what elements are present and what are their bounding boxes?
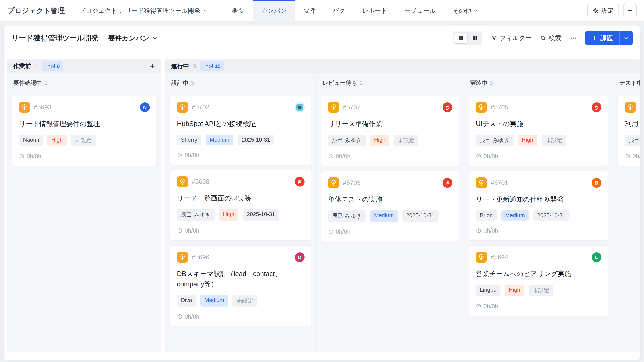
region-header: 進行中9上限 15	[165, 59, 640, 73]
card-id: #5703	[343, 179, 360, 187]
card-tags: SherryMedium2025-10-31	[177, 135, 304, 145]
filter-label: フィルター	[500, 34, 531, 42]
tag-assignee: Naomi	[19, 135, 43, 146]
issue-card[interactable]: #5698きリード一覧画面のUI実装辰己 みゆきHigh2025-10-310h…	[170, 170, 312, 241]
issue-card[interactable]: #5707きリリース準備作業辰己 みゆきHigh未設定0h/0h	[321, 95, 459, 166]
tag-high: High	[505, 285, 524, 296]
region-count: 1	[35, 63, 38, 69]
issue-card[interactable]: #5703き単体テストの実施辰己 みゆきMedium2025-10-310h/0…	[321, 171, 459, 242]
avatar: き	[592, 102, 602, 112]
column-count: 3	[191, 80, 194, 86]
clock-icon	[476, 228, 482, 233]
tag-date: 2025-10-31	[402, 210, 438, 222]
region-inner: 作業前1上限 8要件確認中1#5693Nリード情報管理要件の整理NaomiHig…	[8, 59, 161, 352]
region-columns: 要件確認中1#5693Nリード情報管理要件の整理NaomiHigh未設定0h/0…	[8, 73, 161, 352]
issue-card[interactable]: #5693Nリード情報管理要件の整理NaomiHigh未設定0h/0h	[12, 95, 157, 166]
card-footer: 0h/0h	[328, 228, 452, 235]
issue-card[interactable]: #利用辰己 みゆき0h/0h	[618, 95, 640, 166]
new-issue-button[interactable]: 課題	[585, 31, 619, 45]
tag-assignee: Brion	[476, 210, 497, 221]
card-title: HubSpot APIとの接続検証	[177, 118, 304, 129]
new-issue-split-button: 課題	[585, 31, 632, 45]
settings-button[interactable]: 設定	[587, 4, 619, 17]
clock-icon	[476, 153, 482, 159]
card-tags: 辰己 みゆき	[625, 135, 640, 146]
clock-icon	[177, 314, 183, 320]
project-selector[interactable]: プロジェクト： リード獲得管理ツール開発	[79, 6, 208, 15]
board-title: リード獲得管理ツール開発	[12, 33, 98, 43]
card-time: 0h/0h	[336, 228, 350, 235]
more-button[interactable]	[570, 35, 576, 41]
avatar: き	[442, 102, 452, 112]
tab-概要[interactable]: 概要	[224, 0, 253, 22]
toolbar-actions: フィルター 検索 課題	[453, 31, 632, 45]
card-header: #5702	[177, 102, 304, 113]
card-time: 0h/0h	[484, 227, 498, 234]
card-id: #5696	[192, 254, 210, 261]
tab-その他[interactable]: その他	[444, 0, 486, 22]
tab-バグ[interactable]: バグ	[324, 0, 354, 22]
card-id: #5705	[490, 104, 508, 111]
nav-divider	[72, 6, 72, 15]
tab-label: バグ	[332, 6, 345, 15]
region-title: 進行中	[171, 62, 189, 70]
card-time: 0h/0h	[484, 153, 498, 160]
lightbulb-icon	[19, 102, 30, 113]
card-id: #5702	[192, 104, 210, 111]
board-view-selector[interactable]: 要件カンバン	[108, 33, 158, 43]
card-id: #5707	[343, 104, 360, 111]
clock-icon	[328, 229, 334, 235]
kanban-column-設計中: 設計中3#5702HubSpot APIとの接続検証SherryMedium20…	[165, 73, 316, 352]
tag-assignee: 辰己 みゆき	[476, 135, 514, 146]
issue-card[interactable]: #5694L営業チームへのヒアリング実施LingboHigh未設定0h/0h	[469, 246, 608, 316]
issue-card[interactable]: #5701Bリード更新通知の仕組み開発BrionMedium2025-10-31…	[469, 171, 608, 241]
issue-card[interactable]: #5696DDBスキーマ設計（lead、contact、company等）Div…	[170, 246, 312, 327]
card-tags: 辰己 みゆきMedium2025-10-31	[328, 210, 452, 222]
card-footer: 0h/0h	[476, 227, 602, 234]
kanban-column-テスト中: テスト中#利用辰己 みゆき0h/0h	[613, 73, 640, 352]
tag-assignee: 辰己 みゆき	[328, 210, 366, 222]
app-brand-title: プロジェクト管理	[8, 6, 65, 15]
column-count: 2	[360, 80, 363, 86]
tab-モジュール[interactable]: モジュール	[396, 0, 444, 22]
board-view-label: 要件カンバン	[108, 33, 149, 43]
kanban-region-作業前: 作業前1上限 8要件確認中1#5693Nリード情報管理要件の整理NaomiHig…	[8, 59, 161, 352]
add-window-button[interactable]	[623, 4, 636, 17]
card-id: #5701	[490, 179, 508, 187]
lightbulb-icon	[625, 102, 636, 113]
new-issue-dropdown-button[interactable]	[619, 31, 632, 45]
nav-tabs: 概要カンバン要件バグレポートモジュールその他	[224, 0, 486, 22]
tab-レポート[interactable]: レポート	[354, 0, 396, 22]
view-three-columns-button[interactable]	[468, 33, 481, 43]
clock-icon	[177, 228, 183, 233]
card-title: リード一覧画面のUI実装	[177, 193, 304, 203]
card-tags: NaomiHigh未設定	[19, 135, 150, 146]
column-cards: #5702HubSpot APIとの接続検証SherryMedium2025-1…	[170, 95, 312, 327]
funnel-icon	[491, 35, 497, 41]
tab-label: モジュール	[404, 6, 436, 15]
tab-要件[interactable]: 要件	[295, 0, 324, 22]
search-button[interactable]: 検索	[540, 34, 561, 42]
card-footer: 0h/0h	[19, 153, 150, 160]
tab-label: レポート	[362, 6, 388, 15]
filter-button[interactable]: フィルター	[491, 34, 531, 42]
view-two-columns-button[interactable]	[454, 33, 468, 43]
card-tags: 辰己 みゆきHigh未設定	[476, 135, 602, 146]
add-card-button[interactable]	[149, 63, 156, 69]
issue-card[interactable]: #5705きUIテストの実施辰己 みゆきHigh未設定0h/0h	[469, 95, 608, 166]
column-title: 要件確認中	[14, 79, 42, 87]
avatar: き	[295, 177, 304, 187]
region-header: 作業前1上限 8	[8, 59, 161, 73]
avatar: B	[592, 178, 602, 188]
columns-3-icon	[472, 35, 478, 41]
tag-assignee: Sherry	[177, 135, 201, 145]
card-header: #5696D	[177, 252, 304, 263]
tag-unset: 未設定	[528, 285, 553, 296]
search-label: 検索	[549, 34, 561, 42]
tab-カンバン[interactable]: カンバン	[253, 0, 295, 22]
board-toolbar: リード獲得管理ツール開発 要件カンバン	[4, 25, 640, 51]
issue-card[interactable]: #5702HubSpot APIとの接続検証SherryMedium2025-1…	[170, 95, 312, 165]
tab-label: カンバン	[261, 6, 286, 15]
clock-icon	[19, 153, 25, 159]
tag-assignee: 辰己 みゆき	[177, 209, 215, 221]
